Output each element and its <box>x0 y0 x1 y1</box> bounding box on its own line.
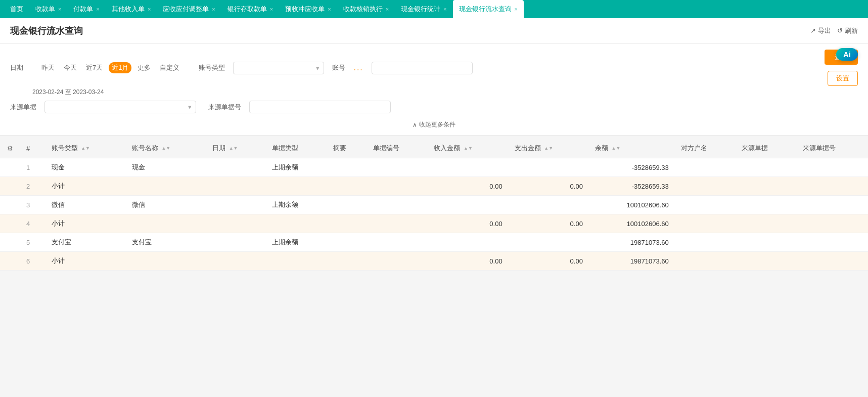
date-options: 昨天 今天 近7天 近1月 更多 自定义 <box>38 62 182 73</box>
export-icon: ↗ <box>810 27 816 34</box>
account-input[interactable] <box>372 62 473 74</box>
header-actions: ↗ 导出 ↺ 刷新 <box>810 26 858 35</box>
cell-doc-type: 上期余额 <box>266 158 327 177</box>
refresh-button[interactable]: ↺ 刷新 <box>837 26 858 35</box>
close-payment-icon[interactable]: × <box>96 0 99 18</box>
col-expense[interactable]: 支出金额 ▲▼ <box>509 139 589 158</box>
cell-account-name: 微信 <box>126 196 206 214</box>
account-type-select[interactable]: ▾ <box>233 62 324 74</box>
date-opt-yesterday[interactable]: 昨天 <box>38 62 58 73</box>
cell-source-doc <box>736 196 797 214</box>
cell-index: 5 <box>20 233 45 252</box>
cell-expense: 0.00 <box>509 252 589 271</box>
account-type-dropdown-icon: ▾ <box>316 64 319 72</box>
cell-doc-no <box>367 177 428 196</box>
cell-doc-no <box>367 196 428 214</box>
cell-account-type: 小计 <box>45 252 126 271</box>
data-table: ⚙ # 账号类型 ▲▼ 账号名称 ▲▼ 日期 ▲▼ 单据类型 摘要 单据编号 收… <box>0 139 868 271</box>
col-source-doc: 来源单据 <box>736 139 797 158</box>
refresh-icon: ↺ <box>837 27 843 34</box>
account-label: 账号 <box>332 63 345 72</box>
nav-home[interactable]: 首页 <box>4 0 29 18</box>
close-other-income-icon[interactable]: × <box>148 0 151 18</box>
nav-bank-stats[interactable]: 现金银行统计 × <box>395 0 452 18</box>
table-row[interactable]: 3微信微信上期余额100102606.60 <box>0 196 868 214</box>
cell-expense <box>509 196 589 214</box>
cell-account-type: 小计 <box>45 214 126 233</box>
export-button[interactable]: ↗ 导出 <box>810 26 831 35</box>
nav-collection-exec[interactable]: 收款核销执行 × <box>337 0 395 18</box>
cell-counterpart <box>675 214 736 233</box>
cell-account-name <box>126 252 206 271</box>
table-row[interactable]: 6小计0.000.0019871073.60 <box>0 252 868 271</box>
cell-account-name <box>126 177 206 196</box>
source-doc-no-input[interactable] <box>249 101 391 113</box>
collapse-up-icon: ∧ <box>413 121 417 128</box>
cell-income <box>428 196 508 214</box>
cell-counterpart <box>675 252 736 271</box>
close-bank-flow-icon[interactable]: × <box>515 0 518 18</box>
cell-income <box>428 233 508 252</box>
date-opt-more[interactable]: 更多 <box>134 62 154 73</box>
cell-balance: 100102606.60 <box>589 196 675 214</box>
nav-payment[interactable]: 付款单 × <box>67 0 105 18</box>
nav-other-income[interactable]: 其他收入单 × <box>106 0 157 18</box>
col-income[interactable]: 收入金额 ▲▼ <box>428 139 508 158</box>
ai-badge[interactable]: Ai <box>836 48 858 61</box>
date-opt-custom[interactable]: 自定义 <box>157 62 182 73</box>
nav-bank-deposit[interactable]: 银行存取款单 × <box>221 0 279 18</box>
table-row[interactable]: 5支付宝支付宝上期余额19871073.60 <box>0 233 868 252</box>
cell-summary <box>327 233 367 252</box>
cell-source-doc <box>736 252 797 271</box>
cell-checkbox <box>0 177 20 196</box>
table-row[interactable]: 1现金现金上期余额-3528659.33 <box>0 158 868 177</box>
close-pre-collect-icon[interactable]: × <box>328 0 331 18</box>
date-opt-7days[interactable]: 近7天 <box>83 62 106 73</box>
nav-ar-ap-adjust[interactable]: 应收应付调整单 × <box>157 0 221 18</box>
date-opt-1month[interactable]: 近1月 <box>109 62 131 73</box>
nav-pre-collect[interactable]: 预收冲应收单 × <box>279 0 337 18</box>
cell-counterpart <box>675 158 736 177</box>
col-account-type[interactable]: 账号类型 ▲▼ <box>45 139 126 158</box>
cell-date <box>206 177 266 196</box>
col-balance[interactable]: 余额 ▲▼ <box>589 139 675 158</box>
col-doc-no: 单据编号 <box>367 139 428 158</box>
cell-doc-no <box>367 252 428 271</box>
table-row[interactable]: 4小计0.000.00100102606.60 <box>0 214 868 233</box>
cell-doc-type: 上期余额 <box>266 196 327 214</box>
settings-button[interactable]: 设置 <box>828 71 858 86</box>
cell-source-doc <box>736 214 797 233</box>
cell-checkbox <box>0 196 20 214</box>
close-ar-ap-icon[interactable]: × <box>212 0 215 18</box>
close-bank-deposit-icon[interactable]: × <box>270 0 273 18</box>
cell-summary <box>327 158 367 177</box>
page-header: 现金银行流水查询 ↗ 导出 ↺ 刷新 <box>0 18 868 43</box>
account-type-label: 账号类型 <box>199 63 225 72</box>
cell-balance: -3528659.33 <box>589 177 675 196</box>
table-row[interactable]: 2小计0.000.00-3528659.33 <box>0 177 868 196</box>
col-source-doc-no: 来源单据号 <box>797 139 868 158</box>
cell-income: 0.00 <box>428 177 508 196</box>
close-receipt-icon[interactable]: × <box>58 0 61 18</box>
nav-receipt[interactable]: 收款单 × <box>29 0 67 18</box>
col-date[interactable]: 日期 ▲▼ <box>206 139 266 158</box>
close-collection-exec-icon[interactable]: × <box>386 0 389 18</box>
filter-area: 日期 昨天 今天 近7天 近1月 更多 自定义 账号类型 ▾ 账号 ... <box>0 43 868 136</box>
date-opt-today[interactable]: 今天 <box>61 62 80 73</box>
cell-account-type: 支付宝 <box>45 233 126 252</box>
cell-expense <box>509 233 589 252</box>
col-account-name[interactable]: 账号名称 ▲▼ <box>126 139 206 158</box>
col-settings[interactable]: ⚙ <box>0 139 20 158</box>
nav-bank-flow[interactable]: 现金银行流水查询 × <box>453 0 524 18</box>
collapse-button[interactable]: ∧ 收起更多条件 <box>10 120 858 129</box>
close-bank-stats-icon[interactable]: × <box>443 0 446 18</box>
account-ellipsis[interactable]: ... <box>353 63 363 72</box>
cell-income: 0.00 <box>428 252 508 271</box>
cell-source-doc <box>736 158 797 177</box>
cell-source-doc-no <box>797 177 868 196</box>
col-summary: 摘要 <box>327 139 367 158</box>
cell-account-name <box>126 214 206 233</box>
cell-expense <box>509 158 589 177</box>
cell-income <box>428 158 508 177</box>
source-doc-select[interactable]: ▾ <box>44 101 196 113</box>
